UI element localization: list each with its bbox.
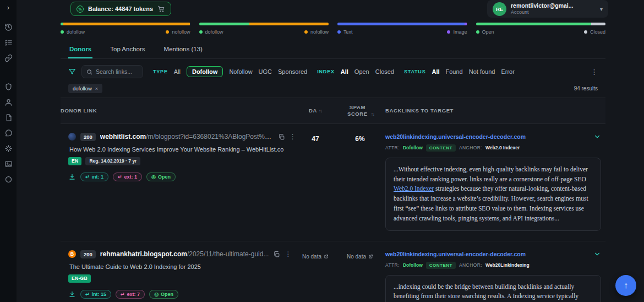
type-option-sponsored[interactable]: Sponsored xyxy=(278,68,307,75)
no-data-link[interactable]: No data xyxy=(302,250,329,260)
da-cell: No data xyxy=(296,250,335,260)
language-badge: EN xyxy=(68,157,81,165)
copy-icon[interactable] xyxy=(278,133,285,141)
profile-icon[interactable] xyxy=(4,98,13,106)
context-quote: ...indexing could be the bridge between … xyxy=(385,275,601,302)
stat-text-image: TextImage xyxy=(337,23,467,35)
chevron-down-icon[interactable] xyxy=(593,250,601,258)
anchor-value: Web20LinkIndexing xyxy=(485,262,530,268)
attr-value: Dofollow xyxy=(403,145,423,150)
status-option-found[interactable]: Found xyxy=(446,68,463,75)
progress-bar xyxy=(337,23,467,25)
status-option-not-found[interactable]: Not found xyxy=(469,68,495,75)
internal-links-chip[interactable]: ↵int: 15 xyxy=(80,290,111,299)
status-option-all[interactable]: All xyxy=(432,68,439,75)
index-option-all[interactable]: All xyxy=(341,68,348,75)
close-icon[interactable]: × xyxy=(95,86,98,91)
row-menu-icon[interactable]: ⋮ xyxy=(290,133,296,141)
legend-dot xyxy=(476,30,479,34)
expand-sidebar-icon[interactable]: › xyxy=(7,3,9,12)
attr-label: ATTR: xyxy=(385,262,400,268)
anchor-label: ANCHOR: xyxy=(459,262,482,268)
history-icon[interactable] xyxy=(4,23,13,31)
external-links-chip[interactable]: ↵ext: 7 xyxy=(116,290,145,299)
language-badge: EN-GB xyxy=(68,274,91,283)
more-options-icon[interactable]: ⋮ xyxy=(591,68,598,76)
da-cell: 47 xyxy=(296,133,335,143)
copy-icon[interactable] xyxy=(273,251,280,258)
type-option-all[interactable]: All xyxy=(174,68,181,75)
tab-mentions[interactable]: Mentions (13) xyxy=(163,41,204,58)
chevron-down-icon[interactable] xyxy=(593,133,601,141)
progress-bar xyxy=(61,23,190,25)
header-donor-link: DONOR LINK xyxy=(61,101,296,120)
content-badge: CONTENT xyxy=(426,262,456,269)
tab-donors[interactable]: Donors xyxy=(68,41,92,58)
target-cell: web20linkindexing.universal-encoder-deco… xyxy=(385,250,605,302)
chevron-down-icon[interactable]: ▾ xyxy=(600,6,603,12)
scroll-to-top-button[interactable]: ↑ xyxy=(615,275,636,296)
stat-dofollow-nofollow-1: dofollownofollow xyxy=(61,23,190,35)
monitor-icon[interactable] xyxy=(4,175,13,184)
row-menu-icon[interactable]: ⋮ xyxy=(285,250,291,258)
tab-top-anchors[interactable]: Top Anchors xyxy=(109,41,146,58)
target-icon: ◎ xyxy=(151,174,156,180)
filter-group-label: STATUS xyxy=(404,69,425,74)
comments-icon[interactable] xyxy=(4,129,13,137)
account-menu[interactable]: RE remontiivictor@gmai... Account ▾ xyxy=(487,0,608,18)
progress-bar xyxy=(476,23,606,25)
donor-url[interactable]: rehmankhatri.blogspot.com/2025/11/the-ul… xyxy=(100,250,269,258)
donor-cell: 200 webhitlist.com/m/blogpost?id=6368021… xyxy=(61,133,296,181)
target-link[interactable]: web20linkindexing.universal-encoder-deco… xyxy=(385,133,526,140)
index-open-chip[interactable]: ◎Open xyxy=(146,172,176,181)
return-arrow-icon: ↵ xyxy=(121,292,125,297)
cart-icon[interactable] xyxy=(157,5,165,13)
search-icon xyxy=(86,69,92,75)
sort-icon[interactable]: ↑↓ xyxy=(319,109,322,114)
legend-dot xyxy=(199,30,203,34)
documents-icon[interactable] xyxy=(4,114,13,122)
index-option-open[interactable]: Open xyxy=(354,68,369,75)
status-badge: 200 xyxy=(80,133,96,141)
stats-bars: dofollownofollow dofollownofollow TextIm… xyxy=(61,23,605,35)
index-option-closed[interactable]: Closed xyxy=(375,68,394,75)
account-info: remontiivictor@gmai... Account xyxy=(511,2,596,15)
search-input[interactable] xyxy=(96,68,138,75)
type-option-dofollow[interactable]: Dofollow xyxy=(187,66,223,77)
external-link-icon xyxy=(324,254,329,259)
download-icon[interactable] xyxy=(68,173,76,181)
results-count: 94 results xyxy=(574,85,598,91)
content-badge: CONTENT xyxy=(426,144,456,152)
no-data-link[interactable]: No data xyxy=(347,250,373,260)
header-da[interactable]: DA ↑↓ xyxy=(296,101,335,120)
anchor-text-link[interactable]: Web2.0 Indexer xyxy=(394,185,434,192)
registration-badge: Reg. 14.02.2019 · 7 yr xyxy=(85,157,140,165)
links-icon[interactable] xyxy=(4,54,13,62)
type-option-ugc[interactable]: UGC xyxy=(259,68,272,75)
target-link[interactable]: web20linkindexing.universal-encoder-deco… xyxy=(385,251,526,257)
active-filter-chip[interactable]: dofollow× xyxy=(68,84,102,93)
site-favicon xyxy=(68,133,76,141)
table-header: DONOR LINK DA ↑↓ SPAM SCORE ↑↓ BACKLINKS… xyxy=(61,98,605,124)
gallery-icon[interactable] xyxy=(4,160,13,168)
spam-cell: 6% xyxy=(335,133,385,143)
integrations-icon[interactable] xyxy=(4,144,13,153)
filter-icon[interactable] xyxy=(68,68,76,76)
stat-open-closed: OpenClosed xyxy=(476,23,606,35)
type-option-nofollow[interactable]: Nofollow xyxy=(229,68,252,75)
index-open-chip[interactable]: ◎Open xyxy=(149,290,178,299)
sort-icon[interactable]: ↑↓ xyxy=(371,112,374,117)
checklist-icon[interactable] xyxy=(4,39,13,47)
internal-links-chip[interactable]: ↵int: 1 xyxy=(80,172,108,181)
active-filters-row: dofollow× 94 results xyxy=(61,83,605,98)
external-link-icon xyxy=(368,254,373,259)
donor-url[interactable]: webhitlist.com/m/blogpost?id=6368021%3AB… xyxy=(100,133,274,141)
table-row: 200 webhitlist.com/m/blogpost?id=6368021… xyxy=(61,124,605,241)
download-icon[interactable] xyxy=(68,290,76,298)
header-spam-score[interactable]: SPAM SCORE ↑↓ xyxy=(335,98,385,123)
shield-icon[interactable] xyxy=(4,83,13,91)
status-option-error[interactable]: Error xyxy=(501,68,514,75)
attr-label: ATTR: xyxy=(385,145,400,150)
external-links-chip[interactable]: ↵ext: 1 xyxy=(113,172,142,181)
balance-badge[interactable]: % Balance: 44847 tokens xyxy=(70,2,171,16)
